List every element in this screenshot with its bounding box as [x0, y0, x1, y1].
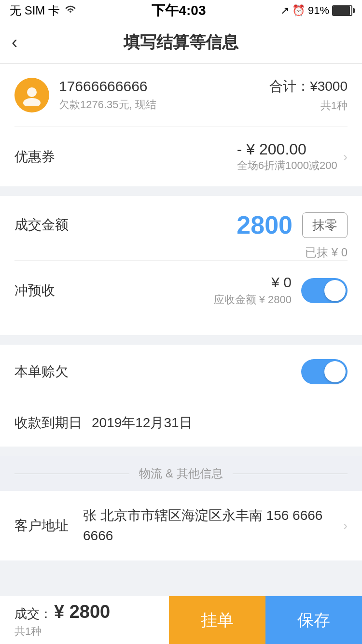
sim-status: 无 SIM 卡	[10, 3, 60, 18]
bottom-bar: 成交： ¥ 2800 共1种 挂单 保存	[0, 596, 362, 644]
coupon-label: 优惠券	[14, 148, 55, 166]
customer-row: 17666666666 欠款1276.35元, 现结 合计：¥3000 共1种	[14, 64, 348, 127]
coupon-discount: - ¥ 200.00	[237, 140, 337, 158]
deal-label: 成交：	[14, 605, 52, 622]
status-bar: 无 SIM 卡 下午4:03 ↗ ⏰ 91%	[0, 0, 362, 21]
divider-text: 物流 & 其他信息	[139, 466, 223, 481]
battery-icon	[332, 5, 352, 16]
precharge-right: ¥ 0 应收金额 ¥ 2800	[214, 274, 348, 307]
total-count: 共1种	[269, 98, 348, 113]
total-amount: 合计：¥3000	[269, 77, 348, 96]
chevron-right-icon: ›	[343, 149, 348, 165]
round-button[interactable]: 抹零	[302, 212, 348, 238]
duedate-row: 收款到期日 2019年12月31日	[14, 414, 348, 432]
page-title: 填写结算等信息	[124, 31, 238, 54]
section-gap-2	[0, 335, 362, 345]
address-label: 客户地址	[14, 517, 69, 535]
status-time: 下午4:03	[152, 1, 206, 20]
transaction-amount: 2800	[237, 210, 292, 239]
transaction-label: 成交金额	[14, 216, 69, 234]
coupon-right: - ¥ 200.00 全场6折满1000减200 ›	[237, 140, 348, 173]
section-gap-1	[0, 186, 362, 196]
bottom-count: 共1种	[14, 624, 154, 639]
debit-toggle-knob	[324, 361, 346, 382]
amount-right: 2800 抹零	[237, 210, 348, 239]
hold-button[interactable]: 挂单	[169, 596, 265, 644]
erased-label: 已抹 ¥ 0	[305, 246, 348, 259]
wifi-icon	[64, 4, 77, 17]
avatar	[14, 78, 49, 112]
debit-label: 本单赊欠	[14, 363, 69, 381]
back-button[interactable]: ‹	[12, 32, 17, 53]
logistics-divider: 物流 & 其他信息	[0, 456, 362, 491]
precharge-value: ¥ 0	[214, 274, 292, 291]
location-icon: ↗	[280, 4, 289, 17]
duedate-label: 收款到期日	[14, 414, 82, 432]
address-content: 张 北京市市辖区海淀区永丰南 156 6666 6666	[83, 505, 343, 546]
transaction-section: 成交金额 2800 抹零 已抹 ¥ 0 冲预收 ¥ 0 应收金额 ¥ 2800	[0, 196, 362, 335]
section-gap-3	[0, 447, 362, 456]
avatar-icon	[21, 84, 42, 106]
debit-toggle[interactable]	[301, 359, 348, 384]
nav-bar: ‹ 填写结算等信息	[0, 21, 362, 64]
toggle-knob	[324, 280, 346, 301]
debit-section: 本单赊欠	[0, 345, 362, 399]
coupon-section: 优惠券 - ¥ 200.00 全场6折满1000减200 ›	[0, 127, 362, 186]
alarm-icon: ⏰	[292, 4, 305, 17]
divider-line-right	[233, 474, 348, 474]
duedate-value: 2019年12月31日	[92, 414, 193, 432]
save-button[interactable]: 保存	[265, 596, 362, 644]
precharge-toggle[interactable]	[301, 278, 348, 303]
coupon-desc: 全场6折满1000减200	[237, 158, 337, 173]
amount-row: 成交金额 2800 抹零	[14, 210, 348, 239]
precharge-receivable: 应收金额 ¥ 2800	[214, 293, 292, 307]
precharge-label: 冲预收	[14, 281, 55, 300]
address-chevron-icon: ›	[343, 518, 348, 533]
customer-right: 合计：¥3000 共1种	[269, 77, 348, 113]
status-left: 无 SIM 卡	[10, 3, 77, 18]
coupon-row[interactable]: 优惠券 - ¥ 200.00 全场6折满1000减200 ›	[14, 127, 348, 186]
bottom-deal-row: 成交： ¥ 2800	[14, 602, 154, 622]
customer-left: 17666666666 欠款1276.35元, 现结	[14, 78, 156, 112]
address-section[interactable]: 客户地址 张 北京市市辖区海淀区永丰南 156 6666 6666 ›	[0, 491, 362, 560]
duedate-section: 收款到期日 2019年12月31日	[0, 399, 362, 447]
customer-debt: 欠款1276.35元, 现结	[59, 98, 156, 112]
customer-info: 17666666666 欠款1276.35元, 现结	[59, 78, 156, 112]
divider-line-left	[14, 474, 129, 474]
erased-row: 已抹 ¥ 0	[14, 244, 348, 260]
status-right: ↗ ⏰ 91%	[280, 4, 352, 17]
battery-percent: 91%	[308, 4, 329, 17]
bottom-info: 成交： ¥ 2800 共1种	[0, 596, 169, 644]
svg-point-0	[27, 87, 37, 97]
customer-phone: 17666666666	[59, 78, 156, 95]
customer-section: 17666666666 欠款1276.35元, 现结 合计：¥3000 共1种	[0, 64, 362, 127]
precharge-row: 冲预收 ¥ 0 应收金额 ¥ 2800	[14, 260, 348, 321]
deal-amount: ¥ 2800	[54, 602, 110, 622]
svg-point-1	[23, 98, 41, 106]
